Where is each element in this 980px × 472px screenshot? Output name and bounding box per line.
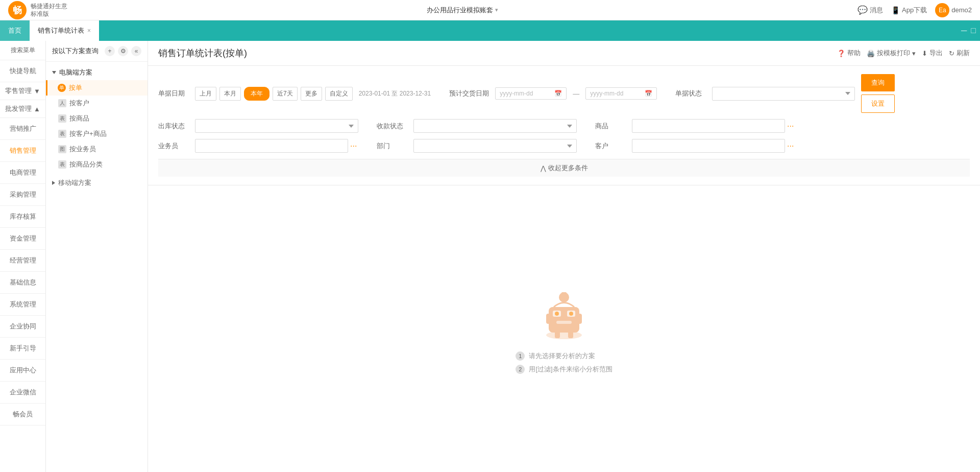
left-panel-actions: + ⚙ « [105,46,141,56]
scheme-item-by-customer[interactable]: 人 按客户 [46,96,148,111]
left-panel: 按以下方案查询 + ⚙ « 电脑端方案 单 按单 人 按客户 [46,41,148,472]
sidebar-item-ecommerce[interactable]: 电商管理 [0,162,45,184]
add-scheme-button[interactable]: + [105,46,115,56]
app-title[interactable]: 办公用品行业模拟账套 ▾ [427,6,498,15]
tab-close-button[interactable]: × [87,27,91,34]
mobile-schemes-group[interactable]: 移动端方案 [46,175,148,191]
pc-schemes-group: 电脑端方案 单 按单 人 按客户 表 按商品 表 按客户+商品 [46,62,148,175]
sidebar-item-sales[interactable]: 销售管理 [0,140,45,162]
print-button[interactable]: 🖨️ 按模板打印 ▾ [867,49,916,58]
help-button[interactable]: ❓ 帮助 [837,49,861,58]
left-panel-title: 按以下方案查询 [52,46,99,56]
svg-rect-6 [556,321,572,324]
sidebar-item-basic-info[interactable]: 基础信息 [0,272,45,294]
filter-row-3: 业务员 ··· 部门 客户 ··· [158,139,970,153]
scheme-item-by-goods[interactable]: 表 按商品 [46,111,148,126]
message-button[interactable]: 💬 消息 [857,5,883,15]
pc-group-title[interactable]: 电脑端方案 [46,65,148,80]
forecast-date-end-input[interactable]: yyyy-mm-dd 📅 [585,87,657,100]
salesperson-input[interactable] [195,139,348,153]
empty-illustration [533,284,595,345]
status-select-wrap [712,87,855,101]
scheme-item-by-salesperson[interactable]: 图 按业务员 [46,141,148,157]
last7days-button[interactable]: 近7天 [273,87,298,101]
goods-input[interactable] [632,119,785,133]
more-date-button[interactable]: 更多 [301,87,322,101]
goods-label: 商品 [595,122,626,131]
minimize-button[interactable]: ─ [961,26,967,35]
customer-dots-button[interactable]: ··· [787,141,794,151]
right-panel: 销售订单统计表(按单) ❓ 帮助 🖨️ 按模板打印 ▾ ⬇ 导出 [148,41,980,472]
forecast-date-start-input[interactable]: yyyy-mm-dd 📅 [495,87,567,100]
department-select-wrap [413,139,577,153]
filter-row-2: 出库状态 收款状态 商品 ··· [158,119,970,133]
tab-sales-order-stats[interactable]: 销售订单统计表 × [30,20,99,41]
collapse-row: ⋀ 收起更多条件 [158,159,970,177]
svg-rect-12 [561,292,567,294]
last-month-button[interactable]: 上月 [195,87,216,101]
status-select[interactable] [712,87,855,101]
sidebar-item-system[interactable]: 系统管理 [0,294,45,316]
goods-input-wrap: ··· [632,119,970,133]
user-avatar[interactable]: Ea demo2 [935,3,972,17]
tab-home[interactable]: 首页 [0,20,30,41]
sidebar-item-vip[interactable]: 畅会员 [0,404,45,426]
empty-tips: 1 请先选择要分析的方案 2 用[过滤]条件来缩小分析范围 [516,351,612,374]
tip-num-2: 2 [516,365,525,374]
scheme-item-by-goods-category[interactable]: 表 按商品分类 [46,157,148,172]
sidebar-item-quick-nav[interactable]: 快捷导航 [0,60,45,82]
customer-input-wrap: ··· [632,139,970,153]
export-button[interactable]: ⬇ 导出 [922,49,943,58]
shipment-label: 出库状态 [158,122,189,131]
query-button[interactable]: 查询 [861,74,895,91]
maximize-button[interactable]: □ [971,26,976,35]
sidebar-item-enterprise-wechat[interactable]: 企业微信 [0,382,45,404]
sidebar-item-inventory[interactable]: 库存核算 [0,206,45,228]
custom-date-button[interactable]: 自定义 [325,87,353,101]
goods-dots-button[interactable]: ··· [787,122,794,131]
svg-rect-9 [555,330,560,338]
sidebar: 搜索菜单 快捷导航 零售管理 ▼ 批发管理 ▲ 营销推广 销售管理 电商管理 采… [0,41,46,472]
status-label: 单据状态 [675,89,706,98]
svg-rect-8 [578,314,582,324]
svg-rect-10 [568,330,573,338]
this-month-button[interactable]: 本月 [219,87,241,101]
sidebar-item-finance[interactable]: 资金管理 [0,228,45,250]
date-label: 单据日期 [158,89,189,98]
sidebar-item-app-center[interactable]: 应用中心 [0,360,45,382]
app-download-button[interactable]: 📱 App下载 [891,6,927,15]
group-collapse-icon [52,71,56,74]
sidebar-item-purchase[interactable]: 采购管理 [0,184,45,206]
salesperson-dots-button[interactable]: ··· [350,141,357,151]
sidebar-item-wholesale[interactable]: 批发管理 ▲ [0,100,45,118]
page-header: 销售订单统计表(按单) ❓ 帮助 🖨️ 按模板打印 ▾ ⬇ 导出 [148,41,980,66]
sidebar-item-operations[interactable]: 经营管理 [0,250,45,272]
sidebar-search[interactable]: 搜索菜单 [0,41,45,60]
scheme-item-active[interactable]: 单 按单 [46,80,148,96]
payment-select[interactable] [413,119,577,133]
scheme-goods-category-icon: 表 [58,160,66,169]
salesperson-input-wrap: ··· [195,139,358,153]
scheme-item-by-customer-goods[interactable]: 表 按客户+商品 [46,126,148,141]
department-select[interactable] [413,139,577,153]
filter-area: 单据日期 上月 本月 本年 近7天 更多 自定义 2023-01-01 至 20… [148,66,980,185]
scheme-settings-button[interactable]: ⚙ [118,46,128,56]
scheme-customer-icon: 人 [58,99,66,107]
sidebar-item-enterprise[interactable]: 企业协同 [0,316,45,338]
collapse-panel-button[interactable]: « [131,46,141,56]
customer-label: 客户 [595,141,626,151]
department-label: 部门 [377,141,407,151]
empty-tip-2: 2 用[过滤]条件来缩小分析范围 [516,365,612,374]
page-actions: ❓ 帮助 🖨️ 按模板打印 ▾ ⬇ 导出 ↻ 刷新 [837,49,970,58]
collapse-button[interactable]: ⋀ 收起更多条件 [541,163,588,173]
customer-input[interactable] [632,139,785,153]
sidebar-item-marketing[interactable]: 营销推广 [0,118,45,140]
current-year-button[interactable]: 本年 [244,87,270,101]
shipment-select[interactable] [195,119,358,133]
sidebar-item-retail[interactable]: 零售管理 ▼ [0,82,45,100]
scheme-goods-icon: 表 [58,114,66,123]
settings-button[interactable]: 设置 [861,95,895,113]
sidebar-item-newbie[interactable]: 新手引导 [0,338,45,360]
refresh-button[interactable]: ↻ 刷新 [949,49,970,58]
svg-rect-7 [546,314,550,324]
